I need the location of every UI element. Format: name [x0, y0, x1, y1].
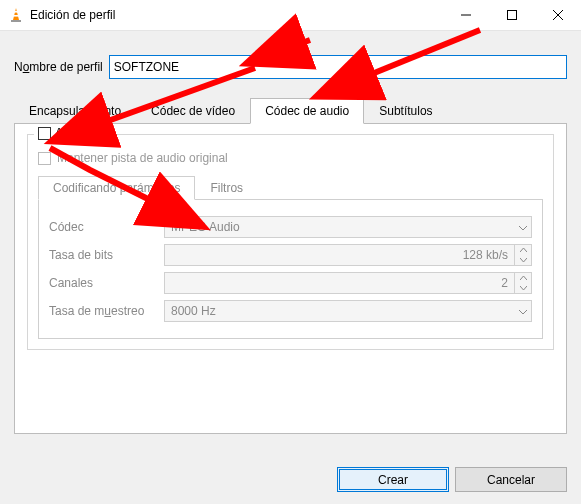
- minimize-button[interactable]: [443, 0, 489, 30]
- svg-marker-0: [13, 8, 19, 20]
- keep-original-label: Mantener pista de audio original: [57, 151, 228, 165]
- codec-select[interactable]: MPEG Audio: [164, 216, 532, 238]
- audio-group: Audio Mantener pista de audio original C…: [27, 134, 554, 350]
- chevron-up-icon: [515, 245, 531, 255]
- channels-label: Canales: [49, 276, 164, 290]
- svg-rect-2: [13, 15, 19, 17]
- chevron-up-icon: [515, 273, 531, 283]
- encoding-form: Códec MPEG Audio Tasa de bits 128 kb/s: [38, 200, 543, 339]
- keep-original-checkbox[interactable]: [38, 152, 51, 165]
- encoding-tabs: Codificando parámetros Filtros: [38, 175, 543, 200]
- audio-group-legend: Audio: [55, 126, 86, 140]
- keep-original-row: Mantener pista de audio original: [38, 151, 543, 165]
- tab-subtitles[interactable]: Subtítulos: [364, 98, 447, 124]
- profile-name-row: Nombre de perfil: [14, 55, 567, 79]
- cancel-button[interactable]: Cancelar: [455, 467, 567, 492]
- tab-filters[interactable]: Filtros: [195, 176, 258, 200]
- create-button[interactable]: Crear: [337, 467, 449, 492]
- tab-video-codec[interactable]: Códec de vídeo: [136, 98, 250, 124]
- audio-tab-panel: Audio Mantener pista de audio original C…: [14, 124, 567, 434]
- svg-rect-1: [14, 11, 18, 13]
- channels-spinner[interactable]: 2: [164, 272, 532, 294]
- bitrate-spinner[interactable]: 128 kb/s: [164, 244, 532, 266]
- spinner-buttons[interactable]: [514, 245, 531, 265]
- profile-name-input[interactable]: [109, 55, 567, 79]
- window-title: Edición de perfil: [30, 8, 115, 22]
- samplerate-label: Tasa de muestreo: [49, 304, 164, 318]
- profile-edit-window: Edición de perfil Nombre de perfil Encap…: [0, 0, 581, 504]
- chevron-down-icon: [519, 304, 527, 318]
- codec-label: Códec: [49, 220, 164, 234]
- title-bar: Edición de perfil: [0, 0, 581, 31]
- chevron-down-icon: [515, 255, 531, 265]
- bitrate-label: Tasa de bits: [49, 248, 164, 262]
- close-button[interactable]: [535, 0, 581, 30]
- chevron-down-icon: [519, 220, 527, 234]
- main-tabs: Encapsulamiento Códec de vídeo Códec de …: [14, 97, 567, 124]
- dialog-buttons: Crear Cancelar: [337, 467, 567, 492]
- tab-encoding-params[interactable]: Codificando parámetros: [38, 176, 195, 200]
- profile-name-label: Nombre de perfil: [14, 60, 103, 74]
- svg-rect-3: [11, 20, 21, 22]
- svg-rect-5: [508, 11, 517, 20]
- tab-encapsulation[interactable]: Encapsulamiento: [14, 98, 136, 124]
- spinner-buttons[interactable]: [514, 273, 531, 293]
- audio-enable-checkbox[interactable]: [38, 127, 51, 140]
- chevron-down-icon: [515, 283, 531, 293]
- maximize-button[interactable]: [489, 0, 535, 30]
- samplerate-select[interactable]: 8000 Hz: [164, 300, 532, 322]
- tab-audio-codec[interactable]: Códec de audio: [250, 98, 364, 124]
- vlc-cone-icon: [8, 7, 24, 23]
